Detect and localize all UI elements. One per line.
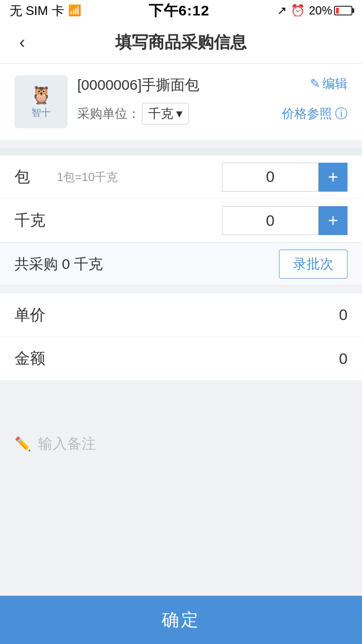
battery-container: 20% <box>309 4 352 17</box>
location-icon: ↗ <box>277 4 287 17</box>
status-right: ↗ ⏰ 20% <box>277 4 352 17</box>
amount-row: 金额 0 <box>0 337 362 380</box>
kg-quantity-input[interactable] <box>222 206 319 235</box>
price-section: 单价 0 金额 0 <box>0 294 362 380</box>
info-icon: ⓘ <box>335 105 348 122</box>
bag-plus-button[interactable]: + <box>319 163 348 192</box>
brand-label: 智十 <box>31 106 51 119</box>
wifi-icon: 📶 <box>68 4 81 17</box>
unit-label: 采购单位： <box>77 106 140 121</box>
amount-value: 0 <box>339 350 348 368</box>
unit-price-row: 单价 0 <box>0 294 362 337</box>
bag-quantity-input[interactable] <box>222 163 319 192</box>
back-button[interactable]: ‹ <box>14 28 30 57</box>
battery-percent: 20% <box>309 4 332 17</box>
chevron-down-icon: ▾ <box>176 106 182 121</box>
amount-label: 金额 <box>14 348 45 369</box>
product-header: [0000006]手撕面包 ✎ 编辑 <box>77 75 348 95</box>
pencil-icon: ✏️ <box>14 436 31 452</box>
bag-sublabel: 1包=10千克 <box>57 169 222 185</box>
content-filler <box>0 499 362 596</box>
unit-selector-group: 采购单位： 千克 ▾ <box>77 103 189 125</box>
carrier-label: 无 SIM 卡 <box>10 2 64 19</box>
battery-icon <box>334 6 352 15</box>
price-ref-label: 价格参照 <box>282 105 332 122</box>
unit-select-dropdown[interactable]: 千克 ▾ <box>142 103 189 125</box>
page-title: 填写商品采购信息 <box>115 31 247 54</box>
section-divider-1 <box>0 148 362 155</box>
product-card: 🦉 智十 [0000006]手撕面包 ✎ 编辑 采购单位： 千克 ▾ 价格参照 … <box>0 64 362 140</box>
bag-label: 包 <box>14 167 53 188</box>
edit-icon: ✎ <box>310 76 320 91</box>
product-info: [0000006]手撕面包 ✎ 编辑 采购单位： 千克 ▾ 价格参照 ⓘ <box>77 75 348 125</box>
unit-price-label: 单价 <box>14 305 45 326</box>
notes-placeholder: 输入备注 <box>38 434 96 454</box>
kg-input-controls: + <box>222 206 348 235</box>
price-reference-button[interactable]: 价格参照 ⓘ <box>282 105 348 122</box>
input-section: 包 1包=10千克 + 千克 + <box>0 155 362 242</box>
battery-fill <box>336 8 339 14</box>
unit-price-value: 0 <box>339 306 348 324</box>
product-image: 🦉 智十 <box>14 75 68 128</box>
alarm-icon: ⏰ <box>291 4 305 17</box>
batch-button[interactable]: 录批次 <box>279 250 348 279</box>
nav-bar: ‹ 填写商品采购信息 <box>0 21 362 64</box>
time-label: 下午6:12 <box>149 1 209 21</box>
kg-plus-button[interactable]: + <box>319 206 348 235</box>
bag-input-controls: + <box>222 163 348 192</box>
edit-button[interactable]: ✎ 编辑 <box>310 75 348 92</box>
summary-text: 共采购 0 千克 <box>14 254 103 274</box>
summary-row: 共采购 0 千克 录批次 <box>0 242 362 286</box>
product-name: [0000006]手撕面包 <box>77 75 199 95</box>
confirm-button[interactable]: 确定 <box>0 596 362 644</box>
status-bar: 无 SIM 卡 📶 下午6:12 ↗ ⏰ 20% <box>0 0 362 21</box>
status-left: 无 SIM 卡 📶 <box>10 2 81 19</box>
bag-input-row: 包 1包=10千克 + <box>0 155 362 199</box>
kg-label: 千克 <box>14 210 53 231</box>
kg-input-row: 千克 + <box>0 199 362 242</box>
notes-section[interactable]: ✏️ 输入备注 <box>0 388 362 499</box>
edit-label: 编辑 <box>322 75 348 92</box>
unit-value: 千克 <box>148 105 173 122</box>
owl-icon: 🦉 <box>30 85 52 105</box>
product-unit-row: 采购单位： 千克 ▾ 价格参照 ⓘ <box>77 103 348 125</box>
